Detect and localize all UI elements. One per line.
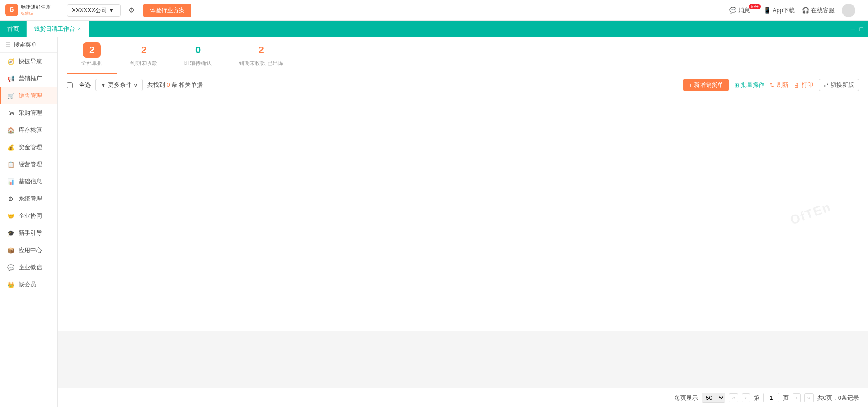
sidebar-item-label: 经营管理 bbox=[19, 160, 42, 168]
add-sale-button[interactable]: + 新增销货单 bbox=[683, 79, 729, 91]
pagination-bar: 每页显示 50 10 20 100 « ‹ 第 页 › » 共0页，0条记录 bbox=[58, 388, 868, 407]
switch-version-button[interactable]: ⇄ 切换新版 bbox=[819, 79, 859, 91]
toolbar-right: + 新增销货单 ⊞ 批量操作 ↻ 刷新 🖨 打印 ⇄ 切换新版 bbox=[683, 79, 859, 91]
sidebar-item-appstore[interactable]: 📦 应用中心 bbox=[0, 242, 57, 259]
sidebar-item-inventory[interactable]: 🏠 库存核算 bbox=[0, 122, 57, 139]
sidebar-item-operation[interactable]: 📋 经营管理 bbox=[0, 156, 57, 173]
service-icon: 🎧 bbox=[802, 7, 809, 14]
stat-label-overdue-shipped: 到期未收款 已出库 bbox=[239, 60, 283, 67]
stat-label-all: 全部单据 bbox=[81, 60, 103, 67]
sidebar-item-marketing[interactable]: 📢 营销推广 bbox=[0, 70, 57, 87]
sidebar-item-label: 企业微信 bbox=[19, 263, 42, 271]
stat-tab-all[interactable]: 2 全部单据 bbox=[67, 37, 117, 74]
stat-label-overdue: 到期未收款 bbox=[130, 60, 157, 67]
purchase-icon: 🛍 bbox=[7, 109, 15, 117]
page-size-label: 每页显示 bbox=[675, 394, 698, 402]
found-text: 共找到 0 条 相关单据 bbox=[147, 81, 203, 89]
sidebar-item-wechat[interactable]: 💬 企业微信 bbox=[0, 259, 57, 276]
chevron-filter-icon: ∨ bbox=[133, 82, 138, 89]
operation-icon: 📋 bbox=[7, 160, 15, 168]
marketing-icon: 📢 bbox=[7, 75, 15, 83]
search-icon: ☰ bbox=[5, 42, 11, 48]
select-all-checkbox[interactable] bbox=[67, 82, 73, 88]
stats-tabs: 2 全部单据 2 到期未收款 0 旺辅待确认 2 到期未收款 已出 bbox=[58, 37, 868, 74]
notifications-button[interactable]: 💬 消息 99+ bbox=[729, 6, 756, 14]
next-page-button[interactable]: › bbox=[793, 393, 801, 402]
switch-label: 切换新版 bbox=[830, 81, 854, 89]
tab-minimize-icon[interactable]: ─ bbox=[851, 25, 855, 33]
sidebar-item-member[interactable]: 👑 畅会员 bbox=[0, 276, 57, 293]
notifications-label: 消息 bbox=[738, 6, 750, 14]
sidebar-item-label: 营销推广 bbox=[19, 75, 42, 83]
first-page-button[interactable]: « bbox=[729, 393, 738, 402]
sidebar-item-label: 基础信息 bbox=[19, 178, 42, 186]
sidebar-item-label: 采购管理 bbox=[19, 109, 42, 117]
online-service-button[interactable]: 🎧 在线客服 bbox=[802, 6, 835, 14]
toolbar: 全选 ▼ 更多条件 ∨ 共找到 0 条 相关单据 + 新增销货单 ⊞ 批量操作 bbox=[58, 74, 868, 96]
sidebar-item-finance[interactable]: 💰 资金管理 bbox=[0, 139, 57, 156]
stat-num-all: 2 bbox=[89, 44, 94, 56]
tab-maximize-icon[interactable]: □ bbox=[860, 25, 863, 33]
filter-button[interactable]: ▼ 更多条件 ∨ bbox=[95, 79, 143, 91]
stat-num-box-all: 2 bbox=[83, 42, 101, 58]
quick-nav-icon: 🧭 bbox=[7, 57, 15, 65]
print-button[interactable]: 🖨 打印 bbox=[794, 81, 813, 89]
sidebar-item-label: 资金管理 bbox=[19, 143, 42, 151]
member-icon: 👑 bbox=[7, 281, 15, 289]
prev-page-button[interactable]: ‹ bbox=[742, 393, 750, 402]
stat-num-box-overdue-shipped: 2 bbox=[252, 42, 270, 58]
filter-icon: ▼ bbox=[100, 82, 106, 89]
batch-icon: ⊞ bbox=[734, 82, 739, 89]
company-selector[interactable]: XXXXXX公司 ▾ bbox=[67, 4, 121, 17]
add-btn-label: 新增销货单 bbox=[694, 81, 723, 89]
print-label: 打印 bbox=[802, 81, 813, 89]
notifications-badge: 99+ bbox=[749, 4, 761, 9]
tab-home[interactable]: 首页 bbox=[0, 21, 27, 37]
sidebar-item-label: 企业协同 bbox=[19, 212, 42, 220]
page-number-input[interactable] bbox=[763, 393, 779, 402]
top-header: 6 畅捷通好生意 标准版 XXXXXX公司 ▾ ⚙ 体验行业方案 💬 消息 99… bbox=[0, 0, 868, 21]
sidebar-item-purchase[interactable]: 🛍 采购管理 bbox=[0, 104, 57, 122]
message-icon: 💬 bbox=[729, 7, 736, 14]
filter-label: 更多条件 bbox=[108, 81, 132, 89]
tab-active[interactable]: 钱货日清工作台 × bbox=[27, 21, 89, 37]
page-size-select[interactable]: 50 10 20 100 bbox=[702, 393, 725, 403]
refresh-button[interactable]: ↻ 刷新 bbox=[770, 81, 788, 89]
sidebar: ☰ 搜索菜单 🧭 快捷导航 📢 营销推广 🛒 销售管理 🛍 采购管理 🏠 库存核… bbox=[0, 37, 58, 407]
switch-icon: ⇄ bbox=[824, 82, 829, 89]
system-icon: ⚙ bbox=[7, 195, 15, 203]
sidebar-item-label: 应用中心 bbox=[19, 246, 42, 254]
sidebar-item-sales[interactable]: 🛒 销售管理 bbox=[0, 87, 57, 104]
search-menu-label: 搜索菜单 bbox=[14, 41, 37, 49]
refresh-icon: ↻ bbox=[770, 82, 775, 89]
sidebar-item-guide[interactable]: 🎓 新手引导 bbox=[0, 225, 57, 242]
search-menu-button[interactable]: ☰ 搜索菜单 bbox=[0, 37, 57, 53]
logo-text: 畅捷通好生意 标准版 bbox=[21, 4, 51, 17]
tab-close-icon[interactable]: × bbox=[78, 26, 81, 32]
stat-num-overdue: 2 bbox=[141, 44, 146, 56]
last-page-button[interactable]: » bbox=[804, 393, 814, 402]
tab-bar-actions: ─ □ bbox=[846, 21, 868, 37]
sidebar-item-basic[interactable]: 📊 基础信息 bbox=[0, 173, 57, 190]
stat-tab-overdue[interactable]: 2 到期未收款 bbox=[117, 37, 171, 74]
logo-area: 6 畅捷通好生意 标准版 bbox=[5, 4, 63, 17]
sidebar-item-label: 库存核算 bbox=[19, 126, 42, 134]
inventory-icon: 🏠 bbox=[7, 126, 15, 134]
stat-num-wangwang: 0 bbox=[195, 44, 201, 56]
batch-operation-button[interactable]: ⊞ 批量操作 bbox=[734, 81, 764, 89]
sidebar-item-cooperation[interactable]: 🤝 企业协同 bbox=[0, 207, 57, 225]
trial-button[interactable]: 体验行业方案 bbox=[143, 4, 191, 17]
sidebar-item-quick-nav[interactable]: 🧭 快捷导航 bbox=[0, 53, 57, 70]
page-prefix-label: 第 bbox=[754, 394, 760, 402]
app-download-button[interactable]: 📱 App下载 bbox=[764, 6, 795, 14]
stat-label-wangwang: 旺辅待确认 bbox=[184, 60, 212, 67]
sidebar-item-system[interactable]: ⚙ 系统管理 bbox=[0, 190, 57, 207]
avatar bbox=[842, 4, 855, 17]
settings-icon[interactable]: ⚙ bbox=[124, 3, 139, 18]
stat-tab-overdue-shipped[interactable]: 2 到期未收款 已出库 bbox=[225, 37, 297, 74]
appstore-icon: 📦 bbox=[7, 246, 15, 254]
page-suffix-label: 页 bbox=[783, 394, 789, 402]
stat-tab-wangwang[interactable]: 0 旺辅待确认 bbox=[171, 37, 225, 74]
total-label: 共0页，0条记录 bbox=[817, 394, 859, 402]
sidebar-item-label: 销售管理 bbox=[19, 92, 42, 100]
